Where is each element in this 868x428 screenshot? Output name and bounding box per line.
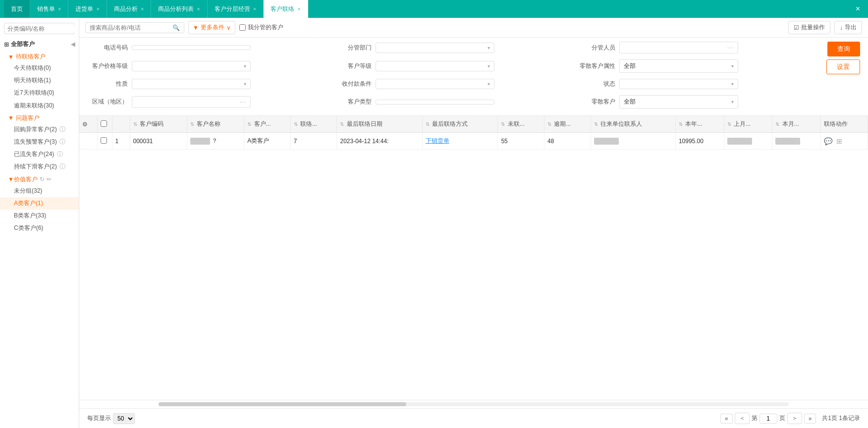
all-customers-header[interactable]: ⊞ 全部客户 ◀ (0, 38, 79, 51)
sidebar-search-box[interactable]: 🔍 (4, 23, 75, 34)
sidebar-item-overdue[interactable]: 逾期未联络(30) (0, 100, 79, 112)
my-customers-check[interactable]: 我分管的客户 (239, 23, 283, 32)
payment-label: 收付款条件 (331, 80, 376, 88)
more-conditions-btn[interactable]: ▼ 更多条件 ∨ (188, 21, 235, 34)
refresh-value-icon[interactable]: ↻ (40, 176, 45, 183)
sidebar-item-b-class[interactable]: B类客户(33) (0, 210, 79, 222)
customer-grade-label: 客户等级 (331, 62, 376, 70)
next-page-btn[interactable]: ＞ (787, 413, 802, 424)
row-checkbox[interactable] (101, 137, 107, 144)
row-last-contact-method-cell[interactable]: 下销货单 (422, 133, 498, 150)
nav-tab-home[interactable]: 首页 (4, 0, 30, 18)
customer-grade-select[interactable]: ▾ (376, 61, 494, 71)
select-all-checkbox[interactable] (101, 120, 107, 127)
sidebar-item-repurchase-abnormal[interactable]: 回购异常客户(2) ⓘ (0, 123, 79, 136)
close-sales-tab[interactable]: × (58, 6, 61, 12)
manager-input[interactable]: ··· (619, 42, 738, 54)
retail-attr-select[interactable]: 全部 ▾ (619, 59, 738, 73)
nav-tab-purchase[interactable]: 进货单 × (68, 0, 107, 18)
sidebar-item-today[interactable]: 今天待联络(0) (0, 62, 79, 74)
close-purchase-tab[interactable]: × (96, 6, 99, 12)
main-search-box[interactable]: 🔍 (85, 22, 184, 33)
sidebar-item-churned[interactable]: 已流失客户(24) ⓘ (0, 148, 79, 160)
col-contact[interactable]: ⇅ 联络... (290, 116, 337, 133)
contact-method-link[interactable]: 下销货单 (426, 137, 449, 144)
name-sort-icon: ⇅ (190, 121, 194, 127)
prev-page-btn[interactable]: ＜ (735, 413, 750, 424)
main-search-icon[interactable]: 🔍 (172, 24, 180, 31)
nav-tab-analysis[interactable]: 商品分析 × (107, 0, 151, 18)
problem-customers-section[interactable]: ▼ 问题客户 (0, 112, 79, 123)
payment-select[interactable]: ▾ (376, 79, 494, 89)
last-page-btn[interactable]: » (804, 414, 816, 424)
nav-tab-sales[interactable]: 销售单 × (30, 0, 68, 18)
close-customer-tier-tab[interactable]: × (253, 6, 256, 12)
sidebar-item-7days[interactable]: 近7天待联络(0) (0, 87, 79, 99)
customer-type-input[interactable] (376, 100, 494, 105)
nav-tab-customer-contact[interactable]: 客户联络 × (264, 0, 308, 18)
col-category[interactable]: ⇅ 客户... (244, 116, 291, 133)
sidebar-item-tomorrow[interactable]: 明天待联络(1) (0, 74, 79, 87)
col-last-month[interactable]: ⇅ 上月... (724, 116, 772, 133)
value-customers-section[interactable]: ▼ 价值客户 ↻ ✏ (0, 173, 79, 185)
col-overdue[interactable]: ⇅ 逾期... (544, 116, 591, 133)
col-last-contact-method[interactable]: ⇅ 最后联络方式 (422, 116, 498, 133)
batch-operation-btn[interactable]: ☑ 批量操作 (788, 21, 830, 34)
row-this-year-cell: 10995.00 (675, 133, 724, 150)
sidebar-search-input[interactable] (7, 25, 79, 32)
first-page-btn[interactable]: « (720, 414, 733, 424)
col-settings[interactable]: ⚙ (79, 116, 97, 133)
query-button[interactable]: 查询 (827, 42, 860, 56)
row-checkbox-cell[interactable] (97, 133, 112, 150)
sidebar-item-declining[interactable]: 持续下滑客户(2) ⓘ (0, 160, 79, 173)
region-input[interactable]: ··· (132, 96, 251, 108)
pending-arrow-icon: ▼ (8, 54, 14, 60)
col-this-year[interactable]: ⇅ 本年... (675, 116, 724, 133)
pending-contact-section[interactable]: ▼ 待联络客户 (0, 51, 79, 62)
nature-label: 性质 (87, 80, 132, 88)
export-btn[interactable]: ↓ 导出 (834, 21, 862, 34)
my-customers-checkbox[interactable] (239, 24, 246, 31)
col-this-month[interactable]: ⇅ 本月... (772, 116, 821, 133)
close-analysis-tab[interactable]: × (141, 6, 144, 12)
qr-action-icon[interactable]: ⊞ (836, 137, 842, 145)
col-unit-contact[interactable]: ⇅ 往来单位联系人 (591, 116, 675, 133)
sidebar-item-churn-warning[interactable]: 流失预警客户(3) ⓘ (0, 136, 79, 148)
collapse-sidebar-btn[interactable]: ◀ (71, 41, 75, 48)
edit-value-icon[interactable]: ✏ (47, 176, 52, 183)
nav-tab-customer-tier[interactable]: 客户分层经营 × (208, 0, 264, 18)
page-size-select[interactable]: 50 (113, 413, 135, 424)
row-category-cell: A类客户 (244, 133, 291, 150)
page-number-input[interactable] (760, 414, 777, 424)
nav-tab-analysis-list[interactable]: 商品分析列表 × (151, 0, 207, 18)
page-size-selector[interactable]: 每页显示 50 (87, 413, 135, 424)
price-grade-select[interactable]: ▾ (132, 61, 251, 71)
row-action-cell: 💬 ⊞ (821, 133, 868, 150)
close-analysis-list-tab[interactable]: × (197, 6, 200, 12)
sidebar-item-c-class[interactable]: C类客户(6) (0, 222, 79, 234)
col-checkbox[interactable] (97, 116, 112, 133)
col-name[interactable]: ⇅ 客户名称 (187, 116, 244, 133)
unit-contact-blur (594, 138, 619, 145)
scroll-thumb[interactable] (159, 402, 406, 406)
total-info: 共1页 1条记录 (822, 414, 860, 423)
main-search-input[interactable] (90, 24, 172, 31)
retail-customer-select[interactable]: 全部 ▾ (619, 95, 738, 108)
col-no-contact[interactable]: ⇅ 未联... (498, 116, 544, 133)
close-customer-contact-tab[interactable]: × (297, 6, 300, 12)
phone-input[interactable] (132, 45, 251, 50)
sidebar-item-ungrouped[interactable]: 未分组(32) (0, 185, 79, 197)
sidebar-item-a-class[interactable]: A类客户(1) (0, 197, 79, 210)
table-settings-icon[interactable]: ⚙ (82, 121, 88, 128)
col-last-contact-date[interactable]: ⇅ 最后联络日期 (337, 116, 422, 133)
horizontal-scrollbar[interactable] (79, 400, 868, 408)
dept-select[interactable]: ▾ (376, 43, 494, 53)
window-close-button[interactable]: × (852, 4, 864, 13)
col-code[interactable]: ⇅ 客户编码 (130, 116, 187, 133)
status-select[interactable]: ▾ (619, 79, 738, 89)
nature-select[interactable]: ▾ (132, 79, 251, 89)
batch-icon: ☑ (794, 24, 799, 31)
settings-button[interactable]: 设置 (826, 59, 860, 74)
message-action-icon[interactable]: 💬 (824, 137, 832, 145)
phone-label: 电话号码 (87, 44, 132, 52)
